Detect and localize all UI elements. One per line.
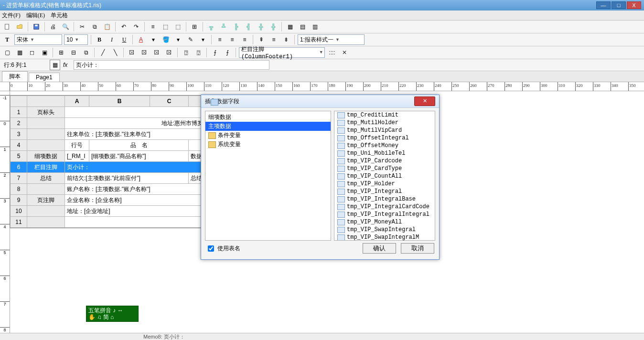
- col-C[interactable]: C: [150, 96, 189, 107]
- sect4-icon[interactable]: ⮽: [164, 47, 174, 58]
- dialog-titlebar[interactable]: 插入数据字段 ✕: [201, 95, 439, 108]
- section-close-icon[interactable]: ✕: [339, 47, 350, 58]
- row-number[interactable]: 2: [11, 118, 27, 129]
- tab-script[interactable]: 脚本: [2, 71, 28, 82]
- tree-node[interactable]: 细项数据: [205, 113, 331, 122]
- align-left-icon[interactable]: ≡: [215, 34, 225, 45]
- paste-icon[interactable]: 📋: [102, 21, 112, 32]
- border-thick-icon[interactable]: ▣: [39, 47, 50, 58]
- menu-edit[interactable]: 编辑(E): [26, 11, 45, 20]
- sect2-icon[interactable]: ⮽: [139, 47, 150, 58]
- row-number[interactable]: 8: [11, 184, 27, 195]
- close-button[interactable]: X: [627, 1, 641, 9]
- sect3-icon[interactable]: ⮽: [151, 47, 162, 58]
- field-list-item[interactable]: tmp_VIP_MoneyAll: [334, 218, 435, 226]
- tree5-icon[interactable]: ╬: [256, 21, 266, 32]
- print-icon[interactable]: 🖨: [48, 21, 58, 32]
- field-list-item[interactable]: tmp_Uni_MobileTel: [334, 149, 435, 157]
- font-tt-icon[interactable]: T: [2, 34, 12, 45]
- field-list-item[interactable]: tmp_VIP_IntegralCardCode: [334, 203, 435, 211]
- field-list-item[interactable]: tmp_MutilHolder: [334, 119, 435, 127]
- cell[interactable]: 前结欠:[主项数据."此前应付"]: [65, 173, 189, 184]
- ok-button[interactable]: 确认: [363, 243, 396, 254]
- redo-icon[interactable]: ↷: [131, 21, 141, 32]
- table-row[interactable]: 10 地址：[企业地址]: [11, 206, 228, 217]
- new-icon[interactable]: [2, 21, 12, 32]
- group-icon[interactable]: ⬚: [160, 21, 171, 32]
- merge-icon[interactable]: ⧉: [81, 47, 91, 58]
- align-center-icon[interactable]: ≡: [227, 34, 237, 45]
- row-number[interactable]: 11: [11, 217, 27, 228]
- diag2-icon[interactable]: ╲: [110, 47, 120, 58]
- table-row[interactable]: 11: [11, 217, 228, 228]
- field-list-item[interactable]: tmp_VIP_Cardcode: [334, 157, 435, 165]
- formula-input[interactable]: 页小计：: [74, 60, 269, 70]
- open-icon[interactable]: [14, 21, 25, 32]
- section-combo[interactable]: 栏目注脚 (ColumnFooter1)▼: [239, 47, 325, 58]
- ins-col-icon[interactable]: ⊞: [56, 47, 66, 58]
- undo-icon[interactable]: ↶: [118, 21, 129, 32]
- table-row[interactable]: 3 往来单位：[主项数据."往来单位"]: [11, 129, 228, 140]
- field-list-item[interactable]: tmp_VIP_CountAll: [334, 172, 435, 180]
- field-list-item[interactable]: tmp_VIP_IntegralIntegral: [334, 211, 435, 218]
- border-none-icon[interactable]: ◻: [27, 47, 37, 58]
- row-number[interactable]: 10: [11, 206, 27, 217]
- border-all-icon[interactable]: ▦: [14, 47, 25, 58]
- diag1-icon[interactable]: ╱: [97, 47, 108, 58]
- valign-mid-icon[interactable]: ≡: [268, 34, 279, 45]
- cell[interactable]: 品 名: [89, 140, 189, 151]
- table-row[interactable]: 5 细项数据 [_RM_I [细项数据."商品名称"] 数据."颜色"]: [11, 151, 228, 162]
- fn2-icon[interactable]: ⨍: [222, 47, 233, 58]
- table-row[interactable]: 8 账户名称：[主项数据."账户名称"]: [11, 184, 228, 195]
- table-row[interactable]: 2 地址:惠州市博罗县园洲镇: [11, 118, 228, 129]
- cancel-button[interactable]: 取消: [401, 243, 434, 254]
- tree3-icon[interactable]: ╠: [231, 21, 241, 32]
- field-list-item[interactable]: tmp_OffsetIntegral: [334, 134, 435, 142]
- cell-split-icon[interactable]: ⊞: [189, 21, 200, 32]
- font-color-icon[interactable]: A: [136, 34, 146, 45]
- tree-node[interactable]: 主项数据: [205, 122, 331, 131]
- section-extra-icon[interactable]: ::::: [327, 47, 337, 58]
- ungroup-icon[interactable]: ⬚: [172, 21, 183, 32]
- table-row-selected[interactable]: 6 栏目注脚 页小计：: [11, 162, 228, 173]
- table-row[interactable]: 9 页注脚 企业名称：[企业名称]: [11, 195, 228, 206]
- cell[interactable]: 行号: [65, 140, 89, 151]
- sect1-icon[interactable]: ⮽: [127, 47, 137, 58]
- fill-color-icon[interactable]: 🪣: [161, 34, 171, 45]
- cell[interactable]: [_RM_I: [65, 151, 89, 162]
- field-list-item[interactable]: tmp_VIP_SwapIntegralM: [334, 234, 435, 241]
- font-color-drop-icon[interactable]: ▾: [148, 34, 159, 45]
- section-column-header[interactable]: [27, 96, 65, 107]
- corner-cell[interactable]: [11, 96, 27, 107]
- link2-icon[interactable]: ⍰: [193, 47, 204, 58]
- ime-panel[interactable]: 五笔拼音 ♪ ↔ ✋ ♫ 简 ⌂: [86, 306, 139, 322]
- highlight-icon[interactable]: ✎: [185, 34, 196, 45]
- italic-button[interactable]: I: [107, 34, 117, 45]
- align-vert-icon[interactable]: ≡: [148, 21, 158, 32]
- tab-page1[interactable]: Page1: [29, 73, 60, 82]
- tree2-icon[interactable]: ╩: [218, 21, 229, 32]
- insert-field-icon[interactable]: ▦: [50, 60, 60, 70]
- fn1-icon[interactable]: ⨍: [210, 47, 220, 58]
- row-number[interactable]: 9: [11, 195, 27, 206]
- row-number[interactable]: 1: [11, 107, 27, 118]
- tree6-icon[interactable]: ╬: [268, 21, 279, 32]
- valign-top-icon[interactable]: ⇞: [256, 34, 267, 45]
- valign-bot-icon[interactable]: ⇟: [281, 34, 291, 45]
- align-right-icon[interactable]: ≡: [239, 34, 250, 45]
- cell[interactable]: [细项数据."商品名称"]: [89, 151, 189, 162]
- font-family-combo[interactable]: 宋体▼: [14, 34, 62, 45]
- fill-color-drop-icon[interactable]: ▾: [173, 34, 183, 45]
- table-row[interactable]: 4 行号 品 名 颜色: [11, 140, 228, 151]
- row-number[interactable]: 5: [11, 151, 27, 162]
- field-list-item[interactable]: tmp_VIP_Holder: [334, 180, 435, 188]
- tree-node[interactable]: 条件变量: [205, 131, 331, 140]
- dialog-close-button[interactable]: ✕: [414, 96, 435, 106]
- field-list-item[interactable]: tmp_MutilVipCard: [334, 127, 435, 134]
- field-list-item[interactable]: tmp_VIP_CardType: [334, 165, 435, 172]
- menu-cell[interactable]: 单元格: [51, 11, 68, 20]
- table3-icon[interactable]: ▥: [310, 21, 320, 32]
- row-number[interactable]: 4: [11, 140, 27, 151]
- row-number[interactable]: 6: [11, 162, 27, 173]
- use-tablename-input[interactable]: [208, 245, 214, 252]
